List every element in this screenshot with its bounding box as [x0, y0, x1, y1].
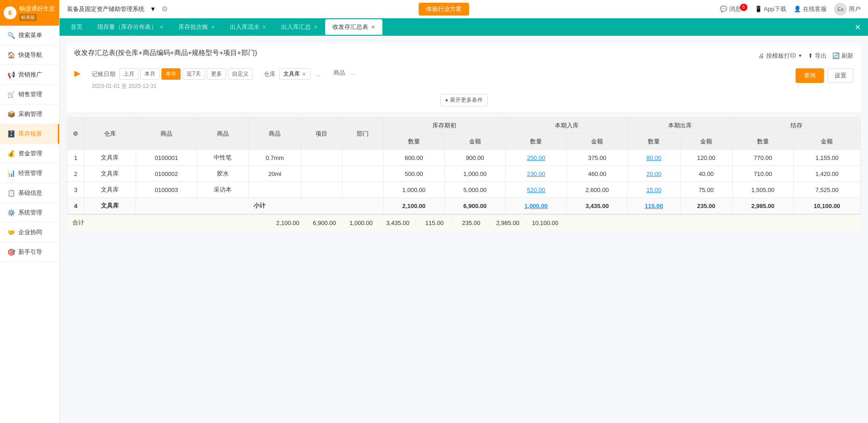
table-container: ⚙ 仓库 商品 商品 商品 项目 部门 库存期初 本期入库 本期出库 结存 — [67, 117, 861, 214]
app-download-item[interactable]: 📱 App下载 — [755, 5, 786, 13]
sidebar-label-system: 系统管理 — [18, 209, 42, 217]
sidebar-item-sales[interactable]: 🛒销售管理 — [0, 85, 59, 104]
subtotal-label: 小计 — [136, 198, 383, 214]
th-project: 项目 — [301, 118, 342, 150]
sidebar-item-purchase[interactable]: 📦采购管理 — [0, 104, 59, 124]
warehouse-tag-label: 文具库 — [283, 70, 300, 78]
cell-out-qty[interactable]: 20.00 — [628, 166, 680, 182]
tab-receive-send-close[interactable]: ✕ — [371, 24, 375, 30]
topbar-left: 装备及固定资产辅助管理系统 ▼ ⚙ — [67, 5, 168, 13]
user-item[interactable]: Ea 用户 — [834, 3, 861, 16]
export-btn[interactable]: ⬆ 导出 — [808, 52, 827, 60]
sidebar-label-quick: 快捷导航 — [18, 51, 42, 59]
cell-open-amt: 900.00 — [444, 150, 505, 166]
cell-in-qty[interactable]: 230.00 — [506, 166, 567, 182]
date-btn-last-month[interactable]: 上月 — [119, 68, 138, 80]
sidebar-label-collab: 企业协同 — [18, 228, 42, 236]
cell-code: 0100002 — [136, 166, 197, 182]
date-btn-7days[interactable]: 近7天 — [182, 68, 205, 80]
sidebar-item-guide[interactable]: 🎯新手引导 — [0, 242, 59, 262]
out-qty-link[interactable]: 20.00 — [647, 170, 662, 177]
warehouse-tag-close[interactable]: ✕ — [302, 71, 306, 77]
settings-gear-icon[interactable]: ⚙ — [73, 130, 78, 137]
sidebar-label-search: 搜索菜单 — [18, 31, 42, 39]
table-header-row-1: ⚙ 仓库 商品 商品 商品 项目 部门 库存期初 本期入库 本期出库 结存 — [67, 118, 861, 134]
experience-btn[interactable]: 体验行业方案 — [419, 3, 469, 16]
tab-flow[interactable]: 出入库流水 ✕ — [222, 19, 274, 35]
th-out-qty: 数量 — [628, 134, 680, 150]
sidebar-item-collab[interactable]: 🤝企业协同 — [0, 223, 59, 242]
th-settings[interactable]: ⚙ — [67, 118, 84, 150]
sidebar-item-system[interactable]: ⚙️系统管理 — [0, 203, 59, 223]
tab-batch-close[interactable]: ✕ — [211, 24, 215, 30]
tab-receive-send[interactable]: 收发存汇总表 ✕ — [325, 19, 382, 35]
date-btn-this-month[interactable]: 本月 — [140, 68, 160, 80]
subtotal-in-amt: 3,435.00 — [567, 198, 628, 214]
system-dropdown[interactable]: ▼ — [150, 5, 156, 12]
th-warehouse: 仓库 — [84, 118, 136, 150]
cell-warehouse: 文具库 — [84, 166, 136, 182]
date-btn-this-year[interactable]: 本年 — [161, 68, 181, 80]
sidebar-item-marketing[interactable]: 📢营销推广 — [0, 65, 59, 85]
print-btn[interactable]: 🖨 按模板打印 ▼ — [758, 52, 802, 60]
sidebar-item-base[interactable]: 📋基础信息 — [0, 183, 59, 203]
th-in-amt: 金额 — [567, 134, 628, 150]
tabbar: 首页 现存量（库存分布表） ✕ 库存批次账 ✕ 出入库流水 ✕ 出入库汇总 ✕ … — [60, 18, 868, 36]
tab-summary-close[interactable]: ✕ — [314, 24, 318, 30]
refresh-btn[interactable]: 🔄 刷新 — [832, 52, 853, 60]
table-row: 1 文具库 0100001 中性笔 0.7mm 600.00 900.00 25… — [67, 150, 861, 166]
cell-no: 2 — [67, 166, 84, 182]
date-btn-custom[interactable]: 自定义 — [228, 68, 253, 80]
topbar: 装备及固定资产辅助管理系统 ▼ ⚙ 体验行业方案 💬 消息 6 📱 App下载 … — [60, 0, 868, 18]
content-area: 收发存汇总表(按仓库+商品编码+商品+规格型号+项目+部门) 🖨 按模板打印 ▼… — [60, 36, 868, 423]
arrow-toggle[interactable]: ▶ — [74, 68, 81, 78]
tab-summary[interactable]: 出入库汇总 ✕ — [274, 19, 325, 35]
out-qty-link[interactable]: 80.00 — [647, 154, 662, 161]
date-btn-more[interactable]: 更多 — [207, 68, 226, 80]
tab-home[interactable]: 首页 — [63, 19, 90, 35]
export-icon: ⬆ — [808, 52, 813, 59]
online-service-item[interactable]: 👤 在线客服 — [794, 5, 827, 13]
cell-in-amt: 375.00 — [567, 150, 628, 166]
in-qty-link[interactable]: 520.00 — [527, 187, 545, 193]
cell-in-qty[interactable]: 250.00 — [506, 150, 567, 166]
tab-inventory-dist[interactable]: 现存量（库存分布表） ✕ — [90, 19, 171, 35]
th-in-qty: 数量 — [506, 134, 567, 150]
total-open-amt: 6,900.00 — [306, 220, 343, 226]
tab-inventory-dist-close[interactable]: ✕ — [160, 24, 164, 30]
total-label: 合计 — [72, 219, 270, 227]
sidebar-item-inventory[interactable]: 🗄️库存核算 — [0, 124, 59, 144]
in-qty-link[interactable]: 230.00 — [527, 170, 545, 177]
cell-out-qty[interactable]: 80.00 — [628, 150, 680, 166]
query-button[interactable]: 查询 — [796, 68, 824, 83]
sidebar-item-quick[interactable]: 🏠快捷导航 — [0, 45, 59, 65]
logo-text: 畅捷通好生意 标准版 — [19, 5, 55, 21]
cell-in-qty[interactable]: 520.00 — [506, 182, 567, 198]
goods-more[interactable]: ... — [349, 68, 357, 77]
tab-inventory-dist-label: 现存量（库存分布表） — [97, 23, 157, 31]
cell-code: 0100003 — [136, 182, 197, 198]
cell-project — [301, 166, 342, 182]
sidebar-item-operation[interactable]: 📊经营管理 — [0, 164, 59, 183]
in-qty-link[interactable]: 250.00 — [527, 154, 545, 161]
tabbar-close-icon[interactable]: ✕ — [851, 21, 864, 33]
page-title: 收发存汇总表(按仓库+商品编码+商品+规格型号+项目+部门) — [74, 49, 257, 57]
sidebar-item-finance[interactable]: 💰资金管理 — [0, 144, 59, 164]
out-qty-link[interactable]: 15.00 — [647, 187, 662, 193]
notification-item[interactable]: 💬 消息 6 — [720, 5, 747, 13]
marketing-icon: 📢 — [7, 71, 15, 78]
settings-icon[interactable]: ⚙ — [161, 5, 168, 13]
warehouse-tag[interactable]: 文具库 ✕ — [279, 68, 310, 80]
cell-out-qty[interactable]: 15.00 — [628, 182, 680, 198]
expand-label: 展开更多条件 — [450, 96, 483, 104]
setting-button[interactable]: 设置 — [828, 68, 853, 83]
sidebar-item-search[interactable]: 🔍搜索菜单 — [0, 26, 59, 45]
warehouse-more[interactable]: ... — [314, 70, 322, 79]
tab-batch[interactable]: 库存批次账 ✕ — [171, 19, 222, 35]
th-out-amt: 金额 — [680, 134, 732, 150]
tab-flow-close[interactable]: ✕ — [262, 24, 266, 30]
cell-no: 3 — [67, 182, 84, 198]
expand-btn[interactable]: ▾ 展开更多条件 — [440, 94, 488, 106]
cell-warehouse: 文具库 — [84, 182, 136, 198]
base-icon: 📋 — [7, 189, 15, 197]
